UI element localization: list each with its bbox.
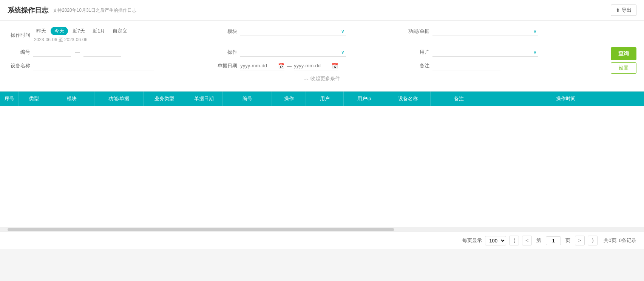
filter-area: 操作时间 昨天 今天 近7天 近1月 自定义 2023-06-06 至 2023… xyxy=(0,21,644,92)
date-filter-item: 单据日期 📅 — 📅 xyxy=(215,61,403,70)
prev-page-button[interactable]: ＜ xyxy=(522,236,532,245)
page-unit: 页 xyxy=(565,237,570,244)
filter-row-3: 设备名称 单据日期 📅 — 📅 备注 xyxy=(8,61,636,70)
page-subtitle: 支持2020年10月31日之后产生的操作日志 xyxy=(53,7,136,14)
col-header-module: 模块 xyxy=(49,92,94,106)
query-button[interactable]: 查询 xyxy=(611,47,636,60)
filter-row-1: 操作时间 昨天 今天 近7天 近1月 自定义 2023-06-06 至 2023… xyxy=(8,27,636,43)
num-dash: — xyxy=(73,50,82,55)
num-range: — xyxy=(33,48,121,57)
time-filter: 昨天 今天 近7天 近1月 自定义 2023-06-06 至 2023-06-0… xyxy=(33,27,130,43)
date-start-input[interactable] xyxy=(240,61,278,70)
col-header-user: 用户 xyxy=(306,92,344,106)
func-label: 功能/单据 xyxy=(403,28,429,35)
col-header-type: 类型 xyxy=(19,92,49,106)
filter-row-2: 编号 — 操作 ∨ 用户 ∨ xyxy=(8,48,636,57)
page-header: 系统操作日志 支持2020年10月31日之后产生的操作日志 ⬆ 导出 xyxy=(0,0,644,21)
col-header-seq: 序号 xyxy=(0,92,19,106)
num-end-input[interactable] xyxy=(83,48,121,57)
user-filter-item: 用户 ∨ xyxy=(403,48,591,57)
col-header-optime: 操作时间 xyxy=(487,92,644,106)
time-btn-custom[interactable]: 自定义 xyxy=(110,27,130,35)
op-select[interactable]: ∨ xyxy=(240,48,346,57)
filter-panel: 操作时间 昨天 今天 近7天 近1月 自定义 2023-06-06 至 2023… xyxy=(0,21,644,92)
module-input[interactable] xyxy=(240,27,340,36)
collapse-button[interactable]: ︿ 收起更多条件 xyxy=(304,75,340,82)
calendar-start-icon[interactable]: 📅 xyxy=(278,63,284,69)
time-filter-item: 操作时间 昨天 今天 近7天 近1月 自定义 2023-06-06 至 2023… xyxy=(8,27,215,43)
time-filter-label: 操作时间 xyxy=(8,32,30,39)
func-filter-item: 功能/单据 ∨ xyxy=(403,27,591,36)
last-page-button[interactable]: ⟩ xyxy=(588,236,598,245)
date-dash: — xyxy=(287,63,292,69)
col-header-func: 功能/单据 xyxy=(94,92,144,106)
first-page-button[interactable]: ⟨ xyxy=(509,236,519,245)
col-header-biztype: 业务类型 xyxy=(144,92,185,106)
num-label: 编号 xyxy=(8,49,30,56)
time-buttons: 昨天 今天 近7天 近1月 自定义 xyxy=(33,27,130,35)
device-input[interactable] xyxy=(33,61,154,70)
time-range-display: 2023-06-06 至 2023-06-06 xyxy=(34,37,130,43)
action-buttons: 查询 设置 xyxy=(611,47,636,74)
user-chevron-icon: ∨ xyxy=(532,50,538,55)
collapse-bar: ︿ 收起更多条件 xyxy=(8,72,636,85)
remark-filter-item: 备注 xyxy=(403,61,591,70)
scrollbar-thumb[interactable] xyxy=(8,228,394,231)
date-end-wrapper: 📅 xyxy=(294,61,338,70)
total-label: 共0页, 0条记录 xyxy=(604,237,636,244)
table-section: 序号 类型 模块 功能/单据 业务类型 单据日期 编号 操作 用户 用户ip 设… xyxy=(0,92,644,227)
table-body xyxy=(0,106,644,227)
num-start-input[interactable] xyxy=(33,48,71,57)
func-select[interactable]: ∨ xyxy=(432,27,538,36)
user-input[interactable] xyxy=(432,48,532,56)
export-label: 导出 xyxy=(622,7,632,14)
op-input[interactable] xyxy=(240,48,340,56)
func-input[interactable] xyxy=(432,27,532,36)
time-btn-yesterday[interactable]: 昨天 xyxy=(33,27,49,35)
col-header-device: 设备名称 xyxy=(385,92,431,106)
per-page-select[interactable]: 100 50 200 xyxy=(485,236,506,245)
device-label: 设备名称 xyxy=(8,62,30,69)
table-header: 序号 类型 模块 功能/单据 业务类型 单据日期 编号 操作 用户 用户ip 设… xyxy=(0,92,644,106)
remark-input[interactable] xyxy=(432,61,500,70)
func-chevron-icon: ∨ xyxy=(532,29,538,34)
page-label: 第 xyxy=(536,237,541,244)
next-page-button[interactable]: ＞ xyxy=(575,236,585,245)
export-button[interactable]: ⬆ 导出 xyxy=(611,5,636,16)
date-label: 单据日期 xyxy=(215,62,237,69)
scrollbar-area[interactable] xyxy=(0,227,644,231)
module-chevron-icon: ∨ xyxy=(340,29,346,34)
settings-button[interactable]: 设置 xyxy=(611,62,636,74)
page-input[interactable] xyxy=(546,236,561,245)
header-left: 系统操作日志 支持2020年10月31日之后产生的操作日志 xyxy=(8,6,136,15)
time-btn-1month[interactable]: 近1月 xyxy=(90,27,108,35)
calendar-end-icon[interactable]: 📅 xyxy=(332,63,338,69)
date-range: 📅 — 📅 xyxy=(240,61,338,70)
user-select[interactable]: ∨ xyxy=(432,48,538,57)
col-header-ip: 用户ip xyxy=(344,92,385,106)
device-filter-item: 设备名称 xyxy=(8,61,215,70)
op-filter-item: 操作 ∨ xyxy=(215,48,403,57)
col-header-op: 操作 xyxy=(272,92,306,106)
export-icon: ⬆ xyxy=(616,7,620,13)
collapse-label: 收起更多条件 xyxy=(310,75,340,82)
per-page-label: 每页显示 xyxy=(462,237,482,244)
pagination-bar: 每页显示 100 50 200 ⟨ ＜ 第 页 ＞ ⟩ 共0页, 0条记录 xyxy=(0,231,644,249)
time-btn-7days[interactable]: 近7天 xyxy=(69,27,88,35)
module-label: 模块 xyxy=(215,28,237,35)
user-label: 用户 xyxy=(403,49,429,56)
collapse-icon: ︿ xyxy=(304,75,309,82)
date-start-wrapper: 📅 xyxy=(240,61,284,70)
num-filter-item: 编号 — xyxy=(8,48,215,57)
remark-label: 备注 xyxy=(403,62,429,69)
module-select[interactable]: ∨ xyxy=(240,27,346,36)
module-filter-item: 模块 ∨ xyxy=(215,27,403,36)
col-header-remark: 备注 xyxy=(431,92,487,106)
col-header-date: 单据日期 xyxy=(185,92,223,106)
op-label: 操作 xyxy=(215,49,237,56)
date-end-input[interactable] xyxy=(294,61,332,70)
col-header-num: 编号 xyxy=(223,92,272,106)
page-title: 系统操作日志 xyxy=(8,6,48,15)
time-btn-today[interactable]: 今天 xyxy=(51,27,68,35)
op-chevron-icon: ∨ xyxy=(340,50,346,55)
